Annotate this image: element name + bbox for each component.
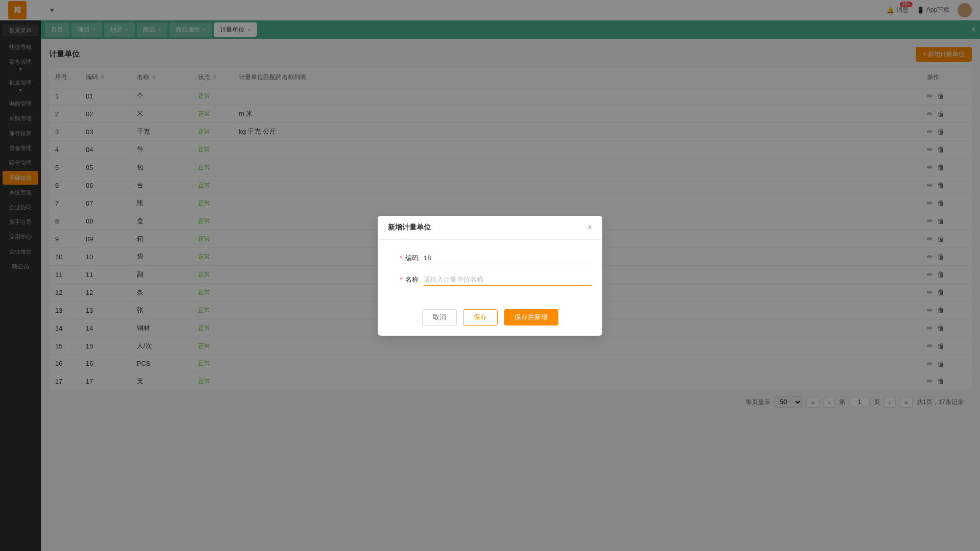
form-name-label: * 名称 <box>388 275 419 284</box>
required-mark-name: * <box>400 276 402 283</box>
add-unit-modal: 新增计量单位 × * 编码 * 名称 取消 保存 保存并新增 <box>378 216 602 336</box>
code-input[interactable] <box>424 252 592 264</box>
modal-title: 新增计量单位 <box>388 223 431 232</box>
required-mark: * <box>400 254 402 262</box>
form-row-code: * 编码 <box>388 252 592 264</box>
save-btn[interactable]: 保存 <box>463 309 498 325</box>
name-input[interactable] <box>424 273 592 286</box>
form-code-label: * 编码 <box>388 254 419 263</box>
modal-header: 新增计量单位 × <box>378 216 602 240</box>
modal-close-btn[interactable]: × <box>587 223 592 232</box>
cancel-btn[interactable]: 取消 <box>422 309 457 325</box>
save-continue-btn[interactable]: 保存并新增 <box>504 309 558 325</box>
form-row-name: * 名称 <box>388 273 592 286</box>
modal-overlay: 新增计量单位 × * 编码 * 名称 取消 保存 保存并新增 <box>0 0 980 551</box>
modal-footer: 取消 保存 保存并新增 <box>378 303 602 336</box>
modal-body: * 编码 * 名称 <box>378 240 602 303</box>
